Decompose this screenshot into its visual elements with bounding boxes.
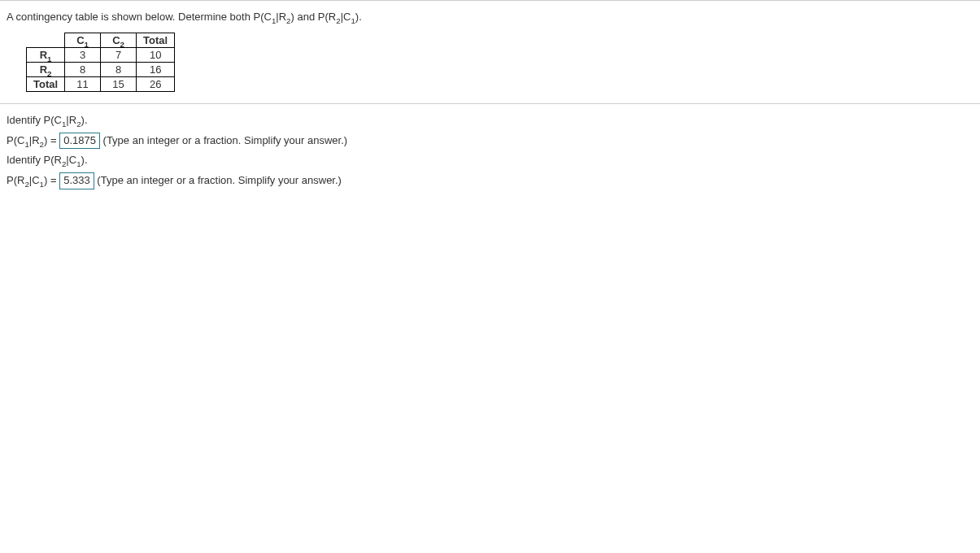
text-part: ).	[81, 114, 88, 126]
header-text: C	[76, 34, 84, 46]
question-text-part: A contingency table is shown below. Dete…	[7, 11, 272, 23]
table-row: R2 8 8 16	[27, 62, 175, 76]
label-text: R	[40, 63, 47, 76]
text-part: Identify P(C	[7, 114, 62, 126]
subscript: 1	[47, 54, 51, 63]
text-part: |R	[29, 134, 40, 146]
identify-part1: Identify P(C1|R2).	[7, 112, 973, 129]
table-row-label-r1: R1	[27, 47, 65, 62]
text-part: |C	[29, 174, 40, 186]
table-cell: 11	[65, 76, 101, 91]
text-part: P(R	[7, 174, 24, 186]
table-row: Total 11 15 26	[27, 76, 175, 91]
text-part: |C	[66, 154, 76, 166]
table-cell: 16	[137, 62, 175, 76]
answers-section: Identify P(C1|R2). P(C1|R2) = 0.1875 (Ty…	[0, 104, 980, 201]
table-blank-cell	[27, 33, 65, 47]
text-part: ) =	[44, 174, 59, 186]
question-text-part: ) and P(R	[291, 11, 337, 23]
answer-input-1[interactable]: 0.1875	[59, 133, 100, 150]
question-text-part: ).	[355, 11, 362, 23]
header-text: C	[112, 34, 120, 46]
text-part: ) =	[44, 134, 59, 146]
text-part: Identify P(R	[7, 154, 62, 166]
text-part: ).	[81, 154, 88, 166]
table-header-c2: C2	[101, 33, 137, 47]
label-text: R	[40, 49, 47, 61]
answer-input-2[interactable]: 5.333	[59, 172, 94, 189]
hint-text: (Type an integer or a fraction. Simplify…	[100, 134, 347, 146]
answer-line-part2: P(R2|C1) = 5.333 (Type an integer or a f…	[7, 172, 973, 189]
table-header-c1: C1	[65, 33, 101, 47]
answer-line-part1: P(C1|R2) = 0.1875 (Type an integer or a …	[7, 133, 973, 150]
text-part: |R	[66, 114, 76, 126]
table-header-row: C1 C2 Total	[27, 33, 175, 47]
table-cell: 15	[101, 76, 137, 91]
table-cell: 26	[137, 76, 175, 91]
table-cell: 3	[65, 47, 101, 62]
hint-text: (Type an integer or a fraction. Simplify…	[94, 174, 342, 186]
text-part: P(C	[7, 134, 24, 146]
contingency-table: C1 C2 Total R1 3 7 10 R2 8 8 16 Total 11…	[26, 33, 175, 92]
question-section: A contingency table is shown below. Dete…	[0, 1, 980, 104]
table-row-label-r2: R2	[27, 62, 65, 76]
question-text-part: |R	[276, 11, 286, 23]
subscript: 1	[85, 39, 89, 48]
table-cell: 7	[101, 47, 137, 62]
identify-part2: Identify P(R2|C1).	[7, 152, 973, 169]
table-cell: 10	[137, 47, 175, 62]
table-row-label-total: Total	[27, 76, 65, 91]
question-prompt: A contingency table is shown below. Dete…	[7, 9, 973, 26]
subscript: 2	[120, 39, 124, 48]
table-cell: 8	[65, 62, 101, 76]
table-cell: 8	[101, 62, 137, 76]
table-header-total: Total	[137, 33, 175, 47]
subscript: 2	[47, 68, 51, 77]
question-container: A contingency table is shown below. Dete…	[0, 0, 980, 201]
question-text-part: |C	[341, 11, 351, 23]
table-row: R1 3 7 10	[27, 47, 175, 62]
